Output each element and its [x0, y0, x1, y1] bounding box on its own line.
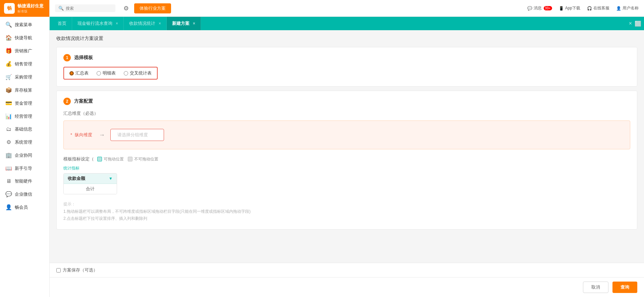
tab-cashflow[interactable]: 现金银行流水查询 ×	[72, 17, 124, 30]
trial-button[interactable]: 体验行业方案	[134, 3, 171, 13]
tabs-window-controls: × ⬜	[629, 20, 641, 27]
company-icon: 🏢	[5, 152, 12, 158]
radio-summary-input[interactable]	[69, 71, 74, 76]
finance-icon: 💳	[5, 100, 12, 106]
topbar-search-box[interactable]: 🔍	[55, 4, 115, 12]
window-maximize-icon[interactable]: ⬜	[635, 20, 641, 27]
template-radio-group: 汇总表 明细表 交叉统计表	[63, 67, 158, 80]
step1-num: 1	[63, 54, 71, 61]
sidebar-item-label: 销售管理	[15, 61, 32, 67]
sidebar-item-wechat[interactable]: 💬 企业微信	[0, 188, 49, 201]
sidebar-item-label: 资金管理	[15, 100, 32, 106]
sidebar-item-system[interactable]: ⚙ 系统管理	[0, 136, 49, 149]
summary-dimension-label: 汇总维度（必选）	[63, 110, 630, 116]
dimension-row: * 纵向维度 → 请选择分组维度	[70, 129, 623, 141]
sidebar-item-sales[interactable]: 💰 销售管理	[0, 57, 49, 70]
system-icon: ⚙	[5, 139, 12, 145]
tips-area: 提示： 1.拖动标题栏可以调整布局，不可跨维度或指标区域拖动栏目字段(只能在同一…	[63, 201, 630, 222]
tip-item-2: 2.点击标题栏下拉可设置排序、插入列和删除列	[63, 216, 147, 221]
sidebar-item-label: 采购管理	[15, 74, 32, 80]
hardware-icon: 🖥	[5, 178, 12, 184]
stat-table-header: 收款金额 ▼	[64, 174, 117, 184]
marketing-icon: 🎁	[5, 48, 12, 54]
page-content: 收款情况统计方案设置 1 选择模板 汇总表 明细表	[50, 30, 644, 263]
radio-cross-input[interactable]	[124, 71, 128, 76]
sidebar-item-inventory[interactable]: 📦 库存核算	[0, 84, 49, 97]
topbar-right: 💬 消息 99+ 📱 App下载 🎧 在线客服 👤 用户名称	[527, 5, 639, 11]
step2-label: 2 方案配置	[63, 98, 630, 105]
save-option-label[interactable]: 方案保存（可选）	[56, 267, 98, 273]
radio-detail[interactable]: 明细表	[97, 70, 116, 76]
query-button[interactable]: 查询	[612, 282, 637, 293]
sidebar-item-basic[interactable]: 🗂 基础信息	[0, 123, 49, 136]
sidebar-item-marketing[interactable]: 🎁 营销推广	[0, 44, 49, 57]
purchase-icon: 🛒	[5, 74, 12, 80]
service-icon: 🎧	[587, 6, 592, 11]
sidebar-item-company[interactable]: 🏢 企业协同	[0, 149, 49, 162]
draggable-box-icon	[97, 157, 102, 161]
tab-collection[interactable]: 收款情况统计 ×	[124, 17, 167, 30]
notification-item[interactable]: 💬 消息 99+	[527, 5, 552, 11]
search-input[interactable]	[66, 6, 106, 11]
indicator-legend: 可拖动位置 不可拖动位置	[97, 156, 158, 162]
stat-dropdown-icon[interactable]: ▼	[109, 176, 113, 181]
notification-badge: 99+	[544, 6, 552, 10]
fixed-box-icon	[128, 157, 132, 161]
tab-new-plan[interactable]: 新建方案 ×	[167, 17, 201, 30]
page-wrapper: 收款情况统计方案设置 1 选择模板 汇总表 明细表	[50, 30, 644, 297]
window-close-icon[interactable]: ×	[629, 20, 632, 27]
sidebar-item-label: 快捷导航	[15, 35, 32, 41]
sidebar-item-purchase[interactable]: 🛒 采购管理	[0, 70, 49, 84]
radio-detail-input[interactable]	[97, 71, 101, 76]
radio-cross[interactable]: 交叉统计表	[124, 70, 152, 76]
sidebar-item-finance[interactable]: 💳 资金管理	[0, 97, 49, 110]
save-option-checkbox[interactable]	[56, 268, 61, 273]
user-icon: 👤	[616, 6, 621, 11]
app-download-item[interactable]: 📱 App下载	[559, 5, 580, 11]
sidebar-item-search-menu[interactable]: 🔍 搜索菜单	[0, 18, 49, 31]
sales-icon: 💰	[5, 61, 12, 67]
sidebar-item-label: 新手引导	[15, 165, 32, 171]
sidebar-nav: 🔍 搜索菜单 🏠 快捷导航 🎁 营销推广 💰 销售管理 🛒 采购管理 📦 库存核…	[0, 17, 49, 297]
save-option-bar: 方案保存（可选）	[50, 263, 644, 277]
sidebar-item-label: 经营管理	[15, 113, 32, 119]
topbar: 🔍 ⚙ 体验行业方案 💬 消息 99+ 📱 App下载 🎧 在线客服 👤 用户名…	[50, 0, 644, 17]
tip-item-1: 1.拖动标题栏可以调整布局，不可跨维度或指标区域拖动栏目字段(只能在同一维度或指…	[63, 209, 251, 214]
settings-icon[interactable]: ⚙	[123, 5, 129, 12]
logo-text: 畅捷通好生意 标准版	[17, 3, 44, 14]
stat-table-cell-total: 合计	[64, 184, 117, 194]
basic-icon: 🗂	[5, 126, 12, 132]
step1-label: 1 选择模板	[63, 54, 630, 61]
online-service-item[interactable]: 🎧 在线客服	[587, 5, 609, 11]
search-menu-icon: 🔍	[5, 21, 12, 28]
download-icon: 📱	[559, 6, 564, 11]
sidebar-item-hardware[interactable]: 🖥 智能硬件	[0, 175, 49, 188]
sidebar-item-label: 搜索菜单	[15, 22, 32, 28]
member-icon: 👤	[5, 204, 12, 210]
tab-close-cashflow[interactable]: ×	[116, 21, 118, 26]
radio-summary[interactable]: 汇总表	[69, 70, 89, 76]
sidebar-item-member[interactable]: 👤 畅会员	[0, 201, 49, 214]
tab-close-collection[interactable]: ×	[159, 21, 161, 26]
tips-title: 提示：	[63, 202, 75, 206]
step2-section: 2 方案配置 汇总维度（必选） * 纵向维度 → 请选择分组维度	[56, 91, 637, 230]
dimension-select[interactable]: 请选择分组维度	[110, 129, 164, 141]
sidebar-item-quick-nav[interactable]: 🏠 快捷导航	[0, 31, 49, 44]
cancel-button[interactable]: 取消	[583, 282, 608, 293]
tab-close-new-plan[interactable]: ×	[193, 21, 195, 26]
page-title: 收款情况统计方案设置	[56, 36, 637, 42]
guide-icon: 📖	[5, 165, 12, 171]
sidebar-item-label: 企业微信	[15, 191, 32, 197]
arrow-icon: →	[99, 132, 105, 139]
legend-fixed: 不可拖动位置	[128, 156, 158, 162]
step1-title: 选择模板	[74, 55, 93, 61]
sidebar-item-guide[interactable]: 📖 新手引导	[0, 162, 49, 175]
stat-section-label: 统计指标	[63, 165, 630, 171]
step2-num: 2	[63, 98, 71, 105]
legend-draggable: 可拖动位置	[97, 156, 124, 162]
indicator-settings: 模板指标设定（ 可拖动位置 不可拖动位置	[63, 156, 630, 195]
tab-home[interactable]: 首页	[52, 17, 72, 30]
user-profile[interactable]: 👤 用户名称	[616, 5, 639, 11]
indicator-header: 模板指标设定（ 可拖动位置 不可拖动位置	[63, 156, 630, 162]
sidebar-item-business[interactable]: 📊 经营管理	[0, 110, 49, 123]
